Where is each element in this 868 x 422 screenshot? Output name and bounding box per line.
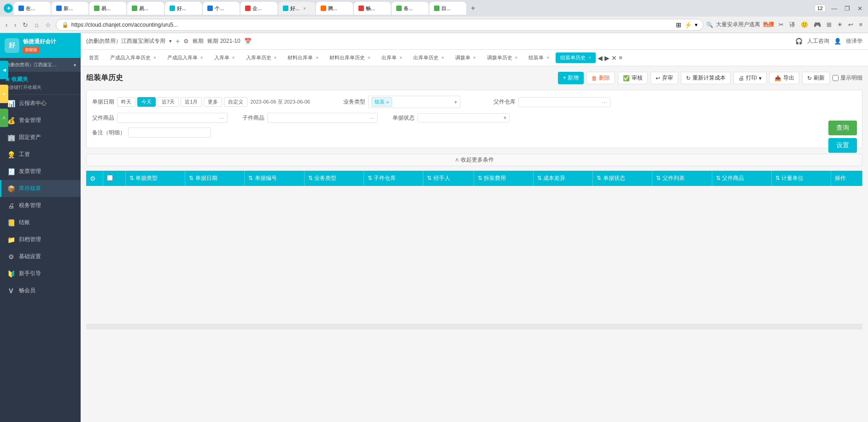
tab-product-inbound-history[interactable]: 产成品入库单历史 × bbox=[106, 52, 161, 63]
browser-tab-3[interactable]: 易... bbox=[89, 2, 126, 15]
emoji-btn[interactable]: 🙂 bbox=[799, 20, 810, 29]
settings-gear-btn[interactable]: ⚙ bbox=[183, 38, 189, 45]
minimize-button[interactable]: — bbox=[829, 4, 839, 13]
sidebar-item-inventory[interactable]: 📦 库存核算 bbox=[0, 180, 81, 197]
parent-goods-dots[interactable]: ··· bbox=[219, 114, 224, 121]
set-btn[interactable]: 设置 bbox=[828, 138, 857, 153]
browser-tab-4[interactable]: 易... bbox=[127, 2, 164, 15]
delete-btn[interactable]: 🗑 删除 bbox=[586, 72, 615, 84]
translate-btn[interactable]: 译 bbox=[787, 20, 797, 30]
browser-tab-11[interactable]: 各... bbox=[392, 2, 428, 15]
calendar-icon[interactable]: 📅 bbox=[244, 38, 252, 45]
tab-nav-left[interactable]: ◀ bbox=[598, 54, 603, 62]
browser-tab-10[interactable]: 畅... bbox=[354, 2, 391, 15]
tab-material-outbound-history[interactable]: 材料出库单历史 × bbox=[325, 52, 375, 63]
sidebar-item-invoice[interactable]: 🧾 发票管理 bbox=[0, 163, 81, 180]
tab-product-inbound[interactable]: 产成品入库单 × bbox=[163, 52, 208, 63]
tab-assembly[interactable]: 组装单 × bbox=[524, 52, 554, 63]
customer-service-link[interactable]: 人工咨询 bbox=[807, 37, 829, 45]
col-disassemble-fee[interactable]: ⇅ 拆装费用 bbox=[474, 171, 533, 186]
tab-inbound[interactable]: 入库单 × bbox=[210, 52, 240, 63]
today-btn[interactable]: 今天 bbox=[137, 97, 156, 107]
7days-btn[interactable]: 近7天 bbox=[158, 97, 179, 107]
bookmark-title[interactable]: ★ 收藏夹 bbox=[5, 75, 76, 83]
col-bill-no[interactable]: ⇅ 单据编号 bbox=[245, 171, 304, 186]
sidebar-item-salary[interactable]: 👷 工资 bbox=[0, 146, 81, 163]
bookmark-sub[interactable]: 快捷键打开收藏夹 bbox=[5, 84, 76, 91]
scroll-bar-container[interactable] bbox=[86, 324, 862, 330]
tab-assembly-history[interactable]: 组装单历史 × bbox=[556, 52, 596, 63]
col-business-type[interactable]: ⇅ 业务类型 bbox=[304, 171, 364, 186]
new-tab-button[interactable]: + bbox=[467, 2, 479, 14]
tab-nav-right[interactable]: ▶ bbox=[604, 54, 610, 62]
col-bill-type[interactable]: ⇅ 单据类型 bbox=[125, 171, 185, 186]
parent-warehouse-input-area[interactable]: ··· bbox=[518, 97, 610, 107]
menu-btn[interactable]: ≡ bbox=[857, 20, 864, 29]
edge-icon-2[interactable]: ★ bbox=[0, 85, 8, 103]
sidebar-item-settle[interactable]: 📒 结账 bbox=[0, 214, 81, 231]
dropdown-icon[interactable]: ▾ bbox=[695, 22, 698, 28]
browser-tab-6[interactable]: 个... bbox=[203, 2, 240, 15]
table-settings-icon[interactable]: ⚙ bbox=[90, 175, 96, 182]
more-btn[interactable]: 更多 bbox=[204, 97, 222, 107]
business-type-tag-close[interactable]: × bbox=[386, 99, 389, 105]
sidebar-item-settings[interactable]: ⚙ 基础设置 bbox=[0, 248, 81, 265]
query-btn[interactable]: 查询 bbox=[828, 121, 857, 135]
parent-goods-input-area[interactable]: ··· bbox=[117, 113, 228, 123]
print-btn[interactable]: 🖨 打印 ▾ bbox=[733, 72, 767, 84]
sidebar-item-archive[interactable]: 📁 归档管理 bbox=[0, 231, 81, 248]
col-parent-list[interactable]: ⇅ 父件列表 bbox=[652, 171, 712, 186]
browser-tab-7[interactable]: 企... bbox=[240, 2, 277, 15]
select-all-checkbox[interactable] bbox=[107, 175, 113, 181]
collapse-bar[interactable]: ∧ 收起更多条件 bbox=[86, 154, 862, 166]
refresh-btn[interactable]: ↻ 刷新 bbox=[802, 72, 830, 84]
grid-btn[interactable]: ⊞ bbox=[825, 20, 833, 29]
home-button[interactable]: ⌂ bbox=[33, 20, 40, 29]
edge-icon-1[interactable]: ◀ bbox=[0, 61, 8, 79]
tab-transfer-history[interactable]: 调拨单历史 × bbox=[482, 52, 522, 63]
export-btn[interactable]: 📤 导出 bbox=[769, 72, 799, 84]
browser-tab-8[interactable]: 好...× bbox=[278, 2, 315, 15]
scissors-btn[interactable]: ✂ bbox=[777, 20, 786, 29]
edge-icon-3[interactable]: A bbox=[0, 109, 8, 127]
company-dropdown-btn[interactable]: ▾ bbox=[169, 38, 172, 44]
col-settings[interactable]: ⚙ bbox=[86, 171, 103, 186]
custom-btn[interactable]: 自定义 bbox=[224, 97, 247, 107]
sun-btn[interactable]: ☀ bbox=[835, 20, 845, 29]
tab-outbound[interactable]: 出库单 × bbox=[377, 52, 407, 63]
tab-home[interactable]: 首页 bbox=[84, 52, 104, 63]
col-bill-status[interactable]: ⇅ 单据状态 bbox=[593, 171, 652, 186]
browser-tab-2[interactable]: 新... bbox=[52, 2, 88, 15]
parent-warehouse-dots[interactable]: ··· bbox=[602, 98, 607, 106]
address-bar[interactable]: 🔒 https://cloud.chanjet.com/accounting/u… bbox=[56, 19, 704, 31]
col-cost-diff[interactable]: ⇅ 成本差异 bbox=[533, 171, 592, 186]
tab-material-outbound[interactable]: 材料出库单 × bbox=[283, 52, 323, 63]
browser-tab-1[interactable]: 在... bbox=[14, 2, 51, 15]
browser-tab-9[interactable]: 腾... bbox=[316, 2, 353, 15]
sidebar-item-member[interactable]: V 畅会员 bbox=[0, 282, 81, 299]
tab-inbound-history[interactable]: 入库单历史 × bbox=[241, 52, 282, 63]
sidebar-item-assets[interactable]: 🏢 固定资产 bbox=[0, 129, 81, 146]
abandon-btn[interactable]: ↩ 弃审 bbox=[651, 72, 678, 84]
recalculate-btn[interactable]: ↻ 重新计算成本 bbox=[681, 72, 731, 84]
bill-status-input-area[interactable]: ▾ bbox=[417, 113, 510, 122]
sidebar-item-tax[interactable]: 🖨 税务管理 bbox=[0, 197, 81, 214]
add-company-btn[interactable]: + bbox=[176, 37, 180, 46]
audit-btn[interactable]: ✅ 审核 bbox=[618, 72, 648, 84]
col-child-warehouse[interactable]: ⇅ 子件仓库 bbox=[364, 171, 423, 186]
child-goods-dots[interactable]: ··· bbox=[369, 114, 375, 121]
browser-tab-5[interactable]: 好... bbox=[165, 2, 202, 15]
col-parent-goods[interactable]: ⇅ 父件商品 bbox=[712, 171, 771, 186]
yesterday-btn[interactable]: 昨天 bbox=[117, 97, 135, 107]
tab-transfer[interactable]: 调拨单 × bbox=[451, 52, 481, 63]
1month-btn[interactable]: 近1月 bbox=[181, 97, 202, 107]
maximize-button[interactable]: ❐ bbox=[843, 4, 852, 13]
sidebar-item-reports[interactable]: 📊 云报表中心 bbox=[0, 95, 81, 112]
bookmark-button[interactable]: ☆ bbox=[43, 20, 53, 29]
remarks-input[interactable] bbox=[128, 127, 211, 138]
tab-outbound-history[interactable]: 出库单历史 × bbox=[409, 52, 449, 63]
game-btn[interactable]: 🎮 bbox=[812, 20, 823, 29]
browser-tab-12[interactable]: 目... bbox=[429, 2, 466, 15]
show-detail-checkbox[interactable] bbox=[833, 75, 839, 81]
reload-button[interactable]: ↻ bbox=[21, 20, 30, 29]
